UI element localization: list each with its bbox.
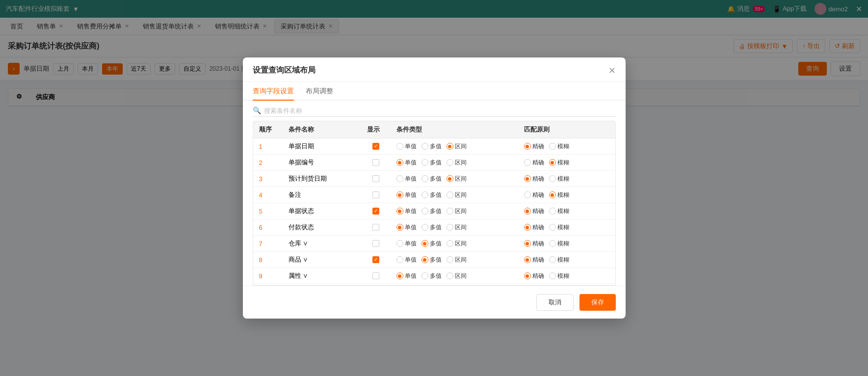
- modal-overlay[interactable]: 设置查询区域布局 ✕ 查询字段设置 布局调整 🔍 顺序 条件名称 显示 条件类型: [0, 0, 868, 114]
- search-input[interactable]: [264, 107, 616, 114]
- dialog-tab-query-fields[interactable]: 查询字段设置: [253, 82, 294, 101]
- search-box: 🔍: [253, 107, 616, 114]
- dialog-tabs: 查询字段设置 布局调整: [243, 82, 626, 101]
- dialog-header: 设置查询区域布局 ✕: [243, 57, 626, 82]
- dialog-close-button[interactable]: ✕: [608, 66, 616, 75]
- dialog-tab-layout[interactable]: 布局调整: [306, 82, 333, 101]
- dialog-tab-query-fields-label: 查询字段设置: [253, 87, 294, 95]
- dialog-tab-layout-label: 布局调整: [306, 87, 333, 95]
- settings-dialog: 设置查询区域布局 ✕ 查询字段设置 布局调整 🔍 顺序 条件名称 显示 条件类型: [243, 57, 626, 114]
- dialog-title: 设置查询区域布局: [253, 65, 316, 76]
- search-icon: 🔍: [253, 107, 261, 114]
